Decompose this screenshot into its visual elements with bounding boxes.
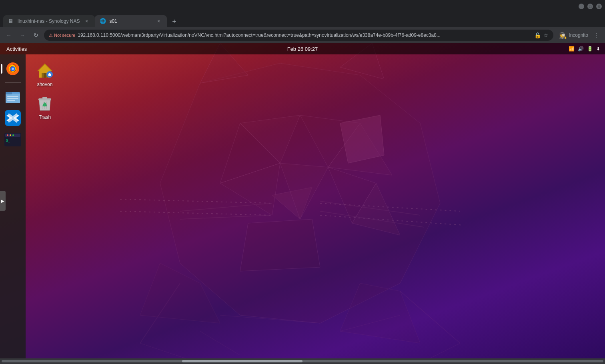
svg-rect-40 (7, 100, 15, 101)
svg-point-46 (12, 134, 14, 136)
incognito-icon: 🕵 (559, 32, 567, 39)
trash-label: Trash (39, 114, 51, 120)
minimize-button[interactable]: — (579, 4, 584, 9)
address-text: 192.168.0.110:5000/webman/3rdparty/Virtu… (78, 32, 532, 38)
side-panel-toggle[interactable]: ▶ (0, 191, 6, 211)
trash-svg (35, 94, 54, 113)
dock-item-firefox[interactable] (3, 59, 22, 78)
profile-area: 🕵 Incognito (559, 32, 588, 39)
scrollbar-thumb (182, 360, 302, 362)
home-folder-image (35, 61, 54, 80)
vscode-icon (5, 110, 21, 126)
network-icon[interactable]: 📶 (569, 46, 575, 52)
terminal-icon: $_ (4, 133, 21, 146)
firefox-icon (5, 61, 21, 77)
svg-rect-37 (6, 92, 12, 94)
tab-1-close[interactable]: × (83, 18, 90, 25)
trash-icon[interactable]: Trash (29, 92, 61, 122)
window-controls: — □ × (579, 4, 602, 9)
svg-line-25 (140, 343, 200, 358)
title-bar: — □ × (0, 0, 605, 13)
svg-rect-52 (42, 97, 47, 99)
svg-marker-7 (340, 115, 384, 163)
extensions-button[interactable]: ⋮ (591, 30, 602, 41)
svg-point-45 (10, 134, 11, 136)
tab-1-favicon: 🖥 (8, 18, 14, 24)
warning-icon: ⚠ (49, 33, 53, 38)
scrollbar-track (2, 360, 603, 362)
browser-chrome: — □ × 🖥 linuxhint-nas - Synology NAS × 🌐… (0, 0, 605, 43)
security-warning: ⚠ Not secure (49, 33, 75, 38)
address-bar-row: ← → ↻ ⚠ Not secure 192.168.0.110:5000/we… (0, 27, 605, 43)
star-icon[interactable]: ☆ (543, 32, 549, 38)
svg-line-27 (420, 343, 460, 358)
svg-marker-9 (240, 219, 320, 271)
home-folder-icon[interactable]: shovon (29, 59, 61, 89)
svg-rect-49 (44, 73, 46, 78)
svg-rect-39 (7, 98, 18, 99)
home-svg (35, 61, 54, 80)
tab-2[interactable]: 🌐 s01 × (95, 15, 167, 27)
maximize-button[interactable]: □ (587, 4, 593, 9)
tab-2-title: s01 (109, 18, 152, 24)
svg-text:$_: $_ (6, 139, 10, 142)
desktop-icons-area: shovon (29, 59, 61, 122)
tab-2-favicon: 🌐 (100, 18, 106, 24)
ubuntu-top-panel: Activities Feb 26 09:27 📶 🔊 🔋 ⬇ (0, 43, 605, 54)
close-button[interactable]: × (596, 4, 602, 9)
browser-scrollbar[interactable] (0, 358, 605, 364)
activities-button[interactable]: Activities (0, 46, 33, 52)
tab-1-title: linuxhint-nas - Synology NAS (18, 18, 80, 24)
address-bar[interactable]: ⚠ Not secure 192.168.0.110:5000/webman/3… (44, 30, 553, 41)
tab-bar: 🖥 linuxhint-nas - Synology NAS × 🌐 s01 ×… (0, 13, 605, 27)
new-tab-button[interactable]: + (168, 16, 180, 27)
panel-clock: Feb 26 09:27 (287, 46, 318, 52)
cat-wallpaper (0, 43, 605, 358)
svg-point-34 (12, 68, 14, 70)
profile-label: Incognito (569, 32, 588, 38)
dock-item-vscode[interactable] (3, 108, 22, 128)
battery-icon[interactable]: 🔋 (587, 46, 593, 52)
dock-item-terminal[interactable]: $_ (3, 130, 22, 149)
files-icon (5, 89, 21, 104)
tab-2-close[interactable]: × (155, 18, 162, 25)
dock-separator-1 (5, 82, 21, 83)
tab-1[interactable]: 🖥 linuxhint-nas - Synology NAS × (3, 15, 95, 27)
panel-right-area: 📶 🔊 🔋 ⬇ (569, 46, 605, 52)
volume-icon[interactable]: 🔊 (578, 46, 584, 52)
bookmark-icon[interactable]: 🔒 (534, 32, 541, 38)
forward-button[interactable]: → (17, 30, 28, 41)
refresh-button[interactable]: ↻ (30, 30, 42, 41)
system-menu-icon[interactable]: ⬇ (596, 46, 600, 52)
svg-rect-38 (7, 96, 18, 97)
dock-item-files[interactable] (3, 87, 22, 106)
trash-image (35, 94, 54, 113)
ubuntu-desktop: Activities Feb 26 09:27 📶 🔊 🔋 ⬇ (0, 43, 605, 358)
svg-point-44 (7, 134, 8, 136)
back-button[interactable]: ← (3, 30, 14, 41)
svg-line-29 (200, 331, 240, 355)
home-folder-label: shovon (37, 82, 53, 87)
